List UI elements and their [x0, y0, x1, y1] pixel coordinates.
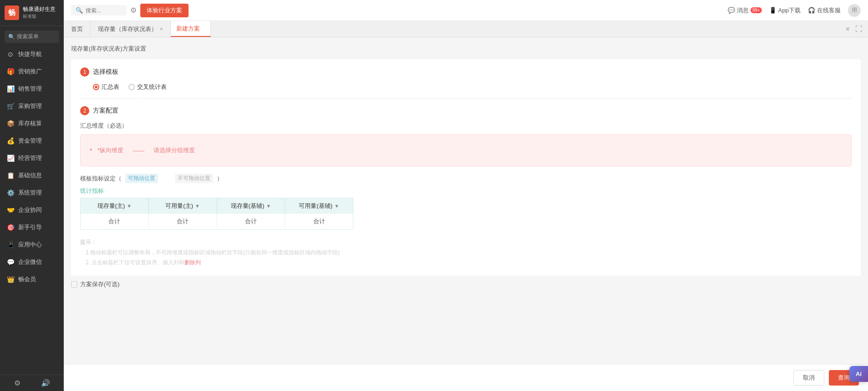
main-panel: 🔍 ⚙ 体验行业方案 💬 消息 99+ 📱 App下载 🎧 在线客服 用: [64, 0, 868, 391]
step2-title: 方案配置: [93, 107, 118, 115]
sidebar-item-marketing[interactable]: 🎁 营销推广: [0, 63, 64, 80]
save-checkbox[interactable]: [71, 281, 77, 288]
sidebar-item-label: 库存核算: [18, 119, 42, 128]
topbar-search-box[interactable]: 🔍: [71, 5, 127, 15]
message-btn[interactable]: 💬 消息 99+: [728, 6, 762, 15]
sidebar-item-quick-nav[interactable]: ⊙ 快捷导航: [0, 46, 64, 63]
sidebar-item-system[interactable]: ⚙️ 系统管理: [0, 184, 64, 201]
stat-label: 统计指标: [80, 187, 852, 195]
cancel-button[interactable]: 取消: [793, 370, 824, 386]
settings-icon[interactable]: ⚙: [14, 379, 20, 387]
basic-icon: 📋: [6, 171, 15, 180]
ai-button[interactable]: Ai: [849, 366, 868, 382]
save-option-label: 方案保存(可选): [80, 280, 120, 288]
dimension-placeholder: * *纵向维度 —— 请选择分组维度: [90, 146, 195, 154]
fixed-tag: 不可拖动位置: [175, 174, 213, 183]
app-name: 畅康通好生意: [23, 6, 56, 13]
col-available-aux[interactable]: 可用量(基辅) ▼: [285, 198, 353, 214]
quick-nav-icon: ⊙: [6, 50, 15, 58]
indicator-settings-label: 模板指标设定（: [80, 175, 122, 183]
app-download-btn[interactable]: 📱 App下载: [769, 6, 801, 15]
sidebar-item-label: 企业微信: [18, 258, 42, 266]
vertical-dimension-label: *纵向维度: [97, 146, 123, 154]
table-header: 现存量(主) ▼ 可用量(主) ▼ 现存量(基辅) ▼ 可用量(基辅): [81, 198, 353, 214]
newbie-icon: 🎯: [6, 223, 15, 232]
dimension-box[interactable]: * *纵向维度 —— 请选择分组维度: [80, 134, 852, 166]
radio-cross-dot: [128, 84, 135, 90]
user-avatar[interactable]: 用: [848, 4, 861, 17]
col-current-aux-label: 现存量(基辅): [231, 202, 265, 210]
settings-gear-icon[interactable]: ⚙: [130, 6, 137, 15]
window-close-btn[interactable]: ×: [844, 24, 852, 34]
sidebar-item-finance[interactable]: 💰 资金管理: [0, 132, 64, 149]
speaker-icon[interactable]: 🔊: [41, 379, 50, 387]
sidebar-item-label: 销售管理: [18, 85, 42, 93]
avatar: 用: [848, 4, 861, 17]
col-current-main-arrow[interactable]: ▼: [127, 203, 132, 209]
save-option[interactable]: 方案保存(可选): [71, 276, 861, 293]
member-icon: 👑: [6, 275, 15, 283]
topbar-search-input[interactable]: [86, 7, 122, 14]
tips-item-1: 1.拖动标题栏可以调整布局，不可跨维度或指标区域拖动栏目字段(只能在同一维度或指…: [80, 248, 852, 258]
radio-summary-dot: [93, 84, 99, 90]
dimension-section-label: 汇总维度（必选）: [80, 122, 852, 130]
step1-header: 1 选择模板: [80, 67, 852, 77]
tips-section: 提示： 1.拖动标题栏可以调整布局，不可跨维度或指标区域拖动栏目字段(只能在同一…: [80, 238, 852, 268]
sidebar-nav: 🔍 搜索菜单 ⊙ 快捷导航 🎁 营销推广 📊 销售管理 🛒 采购管理 📦 库存核…: [0, 26, 64, 375]
tabs-actions: × ⛶: [840, 24, 868, 34]
radio-cross[interactable]: 交叉统计表: [128, 83, 167, 91]
sidebar-search[interactable]: 🔍 搜索菜单: [5, 31, 59, 43]
sidebar-item-label: 应用中心: [18, 241, 42, 249]
sidebar-item-operation[interactable]: 📈 经营管理: [0, 149, 64, 167]
tab-inventory-close[interactable]: ×: [160, 26, 163, 32]
sidebar-item-label: 营销推广: [18, 67, 42, 76]
sidebar-item-member[interactable]: 👑 畅会员: [0, 271, 64, 288]
col-available-main[interactable]: 可用量(主) ▼: [149, 198, 217, 214]
col-available-aux-arrow[interactable]: ▼: [334, 203, 339, 209]
system-icon: ⚙️: [6, 189, 15, 197]
tab-home[interactable]: 首页: [64, 21, 91, 37]
sidebar-item-inventory[interactable]: 📦 库存核算: [0, 115, 64, 132]
finance-icon: 💰: [6, 137, 15, 145]
col-current-main[interactable]: 现存量(主) ▼: [81, 198, 149, 214]
tab-new-plan-close[interactable]: ×: [202, 26, 205, 32]
wechat-icon: 💬: [6, 258, 15, 266]
step1-num: 1: [80, 67, 89, 77]
tab-inventory-status[interactable]: 现存量（库存状况表） ×: [91, 21, 171, 37]
purchase-icon: 🛒: [6, 102, 15, 110]
template-options: 汇总表 交叉统计表: [80, 83, 852, 91]
delete-col-link[interactable]: 删除列: [184, 259, 201, 266]
customer-service-btn[interactable]: 🎧 在线客服: [808, 6, 841, 15]
sidebar-item-basic[interactable]: 📋 基础信息: [0, 167, 64, 184]
headset-icon: 🎧: [808, 7, 815, 14]
tab-new-plan[interactable]: 新建方案 ×: [171, 21, 211, 37]
sidebar-footer: ⚙ 🔊: [0, 375, 64, 391]
col-current-aux-arrow[interactable]: ▼: [266, 203, 271, 209]
app-logo: 畅 畅康通好生意 标准版: [0, 0, 64, 26]
topbar-left: 🔍 ⚙ 体验行业方案: [71, 4, 189, 17]
message-icon: 💬: [728, 7, 735, 14]
required-star: *: [90, 147, 92, 154]
step2-header: 2 方案配置: [80, 106, 852, 115]
window-expand-btn[interactable]: ⛶: [853, 24, 864, 34]
col-current-aux[interactable]: 现存量(基辅) ▼: [217, 198, 286, 214]
sidebar-item-label: 经营管理: [18, 154, 42, 162]
sidebar-item-apps[interactable]: 📱 应用中心: [0, 236, 64, 253]
sidebar-item-label: 畅会员: [18, 275, 36, 283]
radio-summary[interactable]: 汇总表: [93, 83, 119, 91]
sidebar-item-sales[interactable]: 📊 销售管理: [0, 80, 64, 98]
dimension-hint: 请选择分组维度: [153, 146, 195, 154]
sidebar-item-wechat[interactable]: 💬 企业微信: [0, 253, 64, 271]
col-available-main-arrow[interactable]: ▼: [195, 203, 200, 209]
sidebar-item-cooperation[interactable]: 🤝 企业协同: [0, 201, 64, 219]
message-badge: 99+: [751, 7, 762, 13]
sidebar-item-newbie[interactable]: 🎯 新手引导: [0, 219, 64, 236]
app-download-icon: 📱: [769, 7, 776, 14]
inventory-icon: 📦: [6, 119, 15, 128]
col-available-main-label: 可用量(主): [165, 202, 193, 210]
dimension-label-text: 汇总维度（必选）: [80, 122, 128, 129]
sidebar-item-purchase[interactable]: 🛒 采购管理: [0, 98, 64, 115]
indicator-settings: 模板指标设定（ 可拖动位置 不可拖动位置 ） 统计指标 现存量(主) ▼ 可: [80, 174, 852, 231]
experience-btn[interactable]: 体验行业方案: [140, 4, 189, 17]
radio-summary-label: 汇总表: [102, 83, 119, 91]
